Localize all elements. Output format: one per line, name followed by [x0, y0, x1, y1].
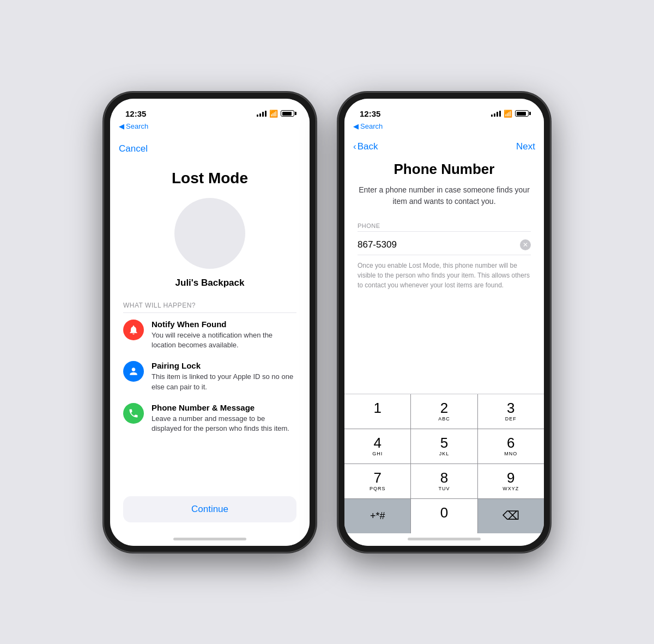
field-label: PHONE	[358, 222, 531, 232]
section-label: WHAT WILL HAPPEN?	[123, 302, 296, 313]
feature-pairing: Pairing Lock This item is linked to your…	[123, 361, 296, 392]
chevron-icon-1: ◀	[119, 122, 124, 130]
home-indicator-2	[408, 538, 481, 540]
continue-button[interactable]: Continue	[123, 496, 296, 522]
signal-icon-2	[491, 111, 501, 117]
key-1[interactable]: 1	[344, 394, 410, 429]
feature-notify: Notify When Found You will receive a not…	[123, 320, 296, 350]
key-9[interactable]: 9 WXYZ	[478, 464, 544, 498]
pn-navbar: ‹ Back Next	[344, 135, 544, 157]
wifi-icon-1: 📶	[269, 110, 278, 118]
lost-mode-body: Lost Mode Juli's Backpack WHAT WILL HAPP…	[110, 159, 310, 489]
pairing-text: Pairing Lock This item is linked to your…	[152, 361, 296, 392]
signal-icon-1	[257, 111, 267, 117]
airtag-image	[174, 198, 245, 269]
feature-list: Notify When Found You will receive a not…	[123, 320, 296, 434]
notify-text: Notify When Found You will receive a not…	[152, 320, 296, 350]
status-time-2: 12:35	[360, 109, 380, 118]
pn-body: Phone Number Enter a phone number in cas…	[344, 157, 544, 393]
back-chevron-icon: ‹	[353, 141, 356, 152]
phone-screen-1: 12:35 📶 ◀ Search Cancel	[110, 99, 310, 546]
pairing-icon	[123, 361, 144, 382]
phone-message-desc: Leave a number and message to be display…	[152, 414, 296, 434]
search-nav-2: ◀ Search	[344, 121, 544, 135]
phone-icon	[123, 403, 144, 424]
feature-phone: Phone Number & Message Leave a number an…	[123, 403, 296, 434]
status-bar-2: 12:35 📶	[344, 99, 544, 122]
key-4[interactable]: 4 GHI	[344, 429, 410, 464]
clear-button[interactable]: ✕	[520, 239, 531, 250]
search-back-2[interactable]: ◀ Search	[353, 122, 383, 130]
phone-number-screen: ‹ Back Next Phone Number Enter a phone n…	[344, 135, 544, 545]
key-6[interactable]: 6 MNO	[478, 429, 544, 464]
helper-text: Once you enable Lost Mode, this phone nu…	[358, 261, 531, 290]
key-5[interactable]: 5 JKL	[411, 429, 477, 464]
key-special[interactable]: +*#	[344, 499, 410, 533]
search-nav-1: ◀ Search	[110, 121, 310, 135]
pairing-desc: This item is linked to your Apple ID so …	[152, 372, 296, 392]
key-3[interactable]: 3 DEF	[478, 394, 544, 429]
pairing-title: Pairing Lock	[152, 361, 296, 370]
item-name: Juli's Backpack	[123, 278, 296, 288]
continue-container: Continue	[110, 490, 310, 533]
wifi-icon-2: 📶	[504, 110, 512, 118]
lost-mode-title: Lost Mode	[123, 170, 296, 187]
phone-input-row[interactable]: 867-5309 ✕	[358, 235, 531, 255]
status-bar-1: 12:35 📶	[110, 99, 310, 122]
battery-icon-2	[515, 110, 529, 117]
notify-icon	[123, 320, 144, 340]
chevron-icon-2: ◀	[353, 122, 359, 130]
numeric-keypad: 1 2 ABC 3 DEF 4 GHI 5 JKL	[344, 394, 544, 533]
phone-message-title: Phone Number & Message	[152, 403, 296, 412]
next-button[interactable]: Next	[516, 141, 535, 152]
notify-title: Notify When Found	[152, 320, 296, 329]
phone-screen-2: 12:35 📶 ◀ Search ‹ Ba	[344, 99, 544, 546]
key-7[interactable]: 7 PQRS	[344, 464, 410, 498]
battery-icon-1	[281, 110, 294, 117]
notify-desc: You will receive a notification when the…	[152, 330, 296, 350]
phone-input-value: 867-5309	[358, 239, 520, 250]
search-back-1[interactable]: ◀ Search	[119, 122, 148, 130]
pn-title: Phone Number	[358, 161, 531, 178]
key-delete[interactable]: ⌫	[478, 499, 544, 533]
phone-frame-2: 12:35 📶 ◀ Search ‹ Ba	[338, 92, 550, 552]
status-icons-2: 📶	[491, 110, 529, 118]
search-label-1: Search	[126, 122, 148, 130]
cancel-button[interactable]: Cancel	[119, 143, 148, 154]
phone-frame-1: 12:35 📶 ◀ Search Cancel	[104, 92, 316, 552]
back-label: Back	[358, 141, 378, 152]
status-time-1: 12:35	[125, 109, 146, 118]
key-0[interactable]: 0	[411, 499, 477, 533]
lost-mode-navbar: Cancel	[110, 135, 310, 159]
home-indicator-1	[173, 538, 246, 540]
pn-subtitle: Enter a phone number in case someone fin…	[358, 184, 531, 207]
status-icons-1: 📶	[257, 110, 294, 118]
lost-mode-screen: Cancel Lost Mode Juli's Backpack WHAT WI…	[110, 135, 310, 545]
phone-message-text: Phone Number & Message Leave a number an…	[152, 403, 296, 434]
back-button[interactable]: ‹ Back	[353, 141, 378, 152]
key-2[interactable]: 2 ABC	[411, 394, 477, 429]
search-label-2: Search	[360, 122, 383, 130]
key-8[interactable]: 8 TUV	[411, 464, 477, 498]
